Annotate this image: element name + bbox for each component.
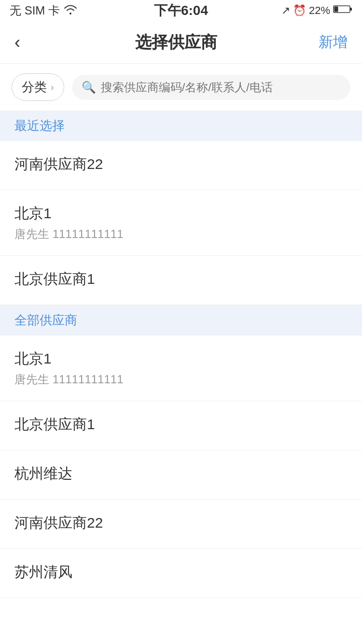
location-icon: ↗ <box>281 4 290 17</box>
item-name: 北京供应商1 <box>14 415 348 434</box>
all-section-label: 全部供应商 <box>14 313 77 327</box>
list-item[interactable]: 苏州清风 <box>0 549 362 598</box>
item-name: 苏州清风 <box>14 562 348 582</box>
wifi-icon <box>64 4 77 17</box>
category-button[interactable]: 分类 › <box>12 73 64 101</box>
list-item[interactable]: 杭州维达 <box>0 450 362 500</box>
chevron-right-icon: › <box>51 82 54 93</box>
search-bar: 分类 › 🔍 <box>0 64 362 111</box>
svg-rect-2 <box>334 7 338 12</box>
search-input[interactable] <box>101 81 341 94</box>
status-right: ↗ ⏰ 22% <box>281 4 352 17</box>
list-item[interactable]: 河南供应商22 <box>0 500 362 549</box>
carrier-text: 无 SIM 卡 <box>10 3 60 18</box>
item-name: 北京1 <box>14 204 348 224</box>
search-icon: 🔍 <box>82 81 96 94</box>
status-bar: 无 SIM 卡 下午6:04 ↗ ⏰ 22% <box>0 0 362 21</box>
item-name: 北京1 <box>14 349 348 369</box>
item-sub: 唐先生 11111111111 <box>14 226 348 242</box>
list-item[interactable]: 北京1唐先生 11111111111 <box>0 190 362 256</box>
item-sub: 唐先生 11111111111 <box>14 372 348 387</box>
add-supplier-button[interactable]: 新增 <box>309 32 348 52</box>
list-item[interactable]: 河南供应商22 <box>0 141 362 190</box>
page-title: 选择供应商 <box>43 31 309 54</box>
item-name: 河南供应商22 <box>14 154 348 174</box>
category-label: 分类 <box>22 79 47 96</box>
list-item[interactable]: 北京1唐先生 11111111111 <box>0 336 362 401</box>
battery-icon <box>333 4 352 17</box>
all-items-list: 北京1唐先生 11111111111北京供应商1杭州维达河南供应商22苏州清风 <box>0 336 362 598</box>
svg-rect-1 <box>350 8 352 11</box>
item-name: 北京供应商1 <box>14 269 348 289</box>
status-left: 无 SIM 卡 <box>10 3 77 18</box>
back-icon: ‹ <box>14 32 20 52</box>
status-time: 下午6:04 <box>154 1 208 20</box>
list-item[interactable]: 北京供应商1 <box>0 401 362 450</box>
recent-section-label: 最近选择 <box>14 118 65 133</box>
all-section-header: 全部供应商 <box>0 305 362 336</box>
battery-text: 22% <box>309 4 330 17</box>
back-button[interactable]: ‹ <box>14 32 43 53</box>
item-name: 杭州维达 <box>14 464 348 484</box>
list-item[interactable]: 北京供应商1 <box>0 256 362 305</box>
recent-section-header: 最近选择 <box>0 111 362 141</box>
recent-items-list: 河南供应商22北京1唐先生 11111111111北京供应商1 <box>0 141 362 305</box>
search-input-wrap: 🔍 <box>72 75 350 100</box>
alarm-icon: ⏰ <box>293 4 306 17</box>
nav-bar: ‹ 选择供应商 新增 <box>0 21 362 64</box>
item-name: 河南供应商22 <box>14 513 348 533</box>
